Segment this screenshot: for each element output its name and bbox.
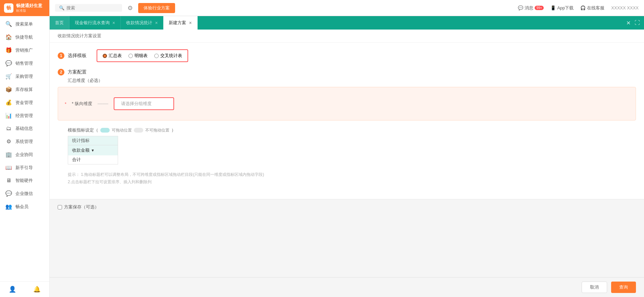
indicators-dropdown-cell[interactable]: 收款金额 ▼ (68, 145, 118, 155)
system-icon: ⚙ (5, 138, 12, 145)
step2-section: 2 方案配置 汇总维度（必选） * * 纵向维度 —— 请选择分组维度 (58, 69, 636, 186)
user-name: XXXXX XXXX (611, 5, 639, 10)
tab-cash-query[interactable]: 现金银行流水查询 × (69, 16, 121, 30)
marketing-icon: 🎁 (5, 47, 12, 53)
page-title: 收款情况统计方案设置 (58, 33, 101, 38)
settings-icon[interactable]: ⚙ (127, 4, 133, 12)
finance-icon: 💰 (5, 99, 12, 106)
sidebar-item-basic-info[interactable]: 🗂 基础信息 (0, 122, 49, 135)
step2-row: 2 方案配置 (58, 69, 636, 76)
tabbar-actions: ✕ ⛶ (622, 16, 644, 30)
notification-icon: 🔔 (33, 286, 41, 293)
industry-plan-button[interactable]: 体验行业方案 (138, 3, 175, 13)
vertical-dim-label: * 纵向维度 (72, 101, 92, 107)
dimension-selector[interactable]: 请选择分组维度 (114, 97, 174, 110)
sidebar-item-sales[interactable]: 💬 销售管理 (0, 57, 49, 70)
dropdown-chevron-icon: ▼ (91, 148, 95, 152)
sidebar-footer-notification[interactable]: 🔔 (33, 286, 41, 293)
step1-num: 1 (58, 52, 64, 59)
draggable-label: 可拖动位置 (112, 128, 132, 133)
radio-detail-input[interactable] (128, 54, 133, 58)
tab-close-new-plan[interactable]: × (189, 20, 192, 26)
radio-crosstab-input[interactable] (154, 54, 159, 58)
save-checkbox[interactable] (58, 205, 62, 209)
dimension-row: * * 纵向维度 —— 请选择分组维度 (65, 97, 174, 110)
sidebar-item-quick-nav[interactable]: 🏠 快捷导航 (0, 31, 49, 44)
query-button[interactable]: 查询 (611, 282, 636, 293)
radio-summary-input[interactable] (103, 54, 107, 58)
step2-num: 2 (58, 69, 64, 76)
sidebar-item-operations[interactable]: 📊 经营管理 (0, 109, 49, 122)
message-item[interactable]: 💬 消息 99+ (518, 5, 544, 11)
radio-crosstab[interactable]: 交叉统计表 (154, 53, 182, 59)
summary-dimension-label: 汇总维度（必选） (68, 78, 636, 84)
indicators-section: 模板指标设定（ 可拖动位置 不可拖动位置 ） 统计指标 收款金额 ▼ (58, 127, 636, 164)
tab-collection-stat[interactable]: 收款情况统计 × (121, 16, 163, 30)
sidebar-item-enterprise[interactable]: 🏢 企业协同 (0, 148, 49, 161)
template-selection-box: 汇总表 明细表 交叉统计表 (97, 49, 188, 62)
sidebar-logo: 畅 畅捷通好生意 标准版 (0, 0, 49, 16)
sidebar-nav: 🔍 搜索菜单 🏠 快捷导航 🎁 营销推广 💬 销售管理 🛒 采购管理 📦 库存核… (0, 16, 49, 281)
tab-home[interactable]: 首页 (50, 16, 69, 30)
sidebar-item-search-menu[interactable]: 🔍 搜索菜单 (0, 17, 49, 31)
sidebar-footer: 👤 🔔 (0, 281, 49, 297)
cancel-button[interactable]: 取消 (582, 282, 607, 293)
sidebar-item-finance[interactable]: 💰 资金管理 (0, 96, 49, 109)
tab-close-collection-stat[interactable]: × (155, 20, 158, 26)
tabbar: 首页 现金银行流水查询 × 收款情况统计 × 新建方案 × ✕ ⛶ (50, 16, 644, 30)
search-box[interactable]: 🔍 (55, 4, 122, 12)
indicators-dropdown-label: 收款金额 (72, 147, 90, 153)
user-avatar-icon: 👤 (9, 286, 16, 293)
sidebar-item-inventory[interactable]: 📦 库存核算 (0, 83, 49, 96)
fixed-label: 不可拖动位置 (145, 128, 169, 133)
search-icon: 🔍 (59, 5, 64, 10)
topbar-right: 💬 消息 99+ 📱 App下载 🎧 在线客服 XXXXX XXXX (518, 5, 639, 11)
message-icon: 💬 (518, 5, 523, 10)
sidebar-item-system[interactable]: ⚙ 系统管理 (0, 135, 49, 148)
tip-2: 2.点击标题栏下拉可设置排序、插入列和删除列 (68, 179, 636, 186)
step1-label: 选择模板 (68, 53, 87, 59)
step1-row: 1 选择模板 汇总表 明细表 交叉统计表 (58, 49, 636, 62)
logo-icon: 畅 (4, 3, 13, 13)
dimension-area: * * 纵向维度 —— 请选择分组维度 (58, 87, 636, 120)
tips-section: 提示： 1.拖动标题栏可以调整布局，不可跨维度或指标区域拖动栏目段(只能在同一维… (68, 171, 636, 186)
sidebar-item-hardware[interactable]: 🖥 智能硬件 (0, 174, 49, 187)
save-section: 方案保存（可选） (50, 199, 644, 215)
inventory-icon: 📦 (5, 86, 12, 93)
sales-icon: 💬 (5, 60, 12, 66)
sidebar-item-purchase[interactable]: 🛒 采购管理 (0, 70, 49, 83)
tab-new-plan[interactable]: 新建方案 × (163, 16, 197, 30)
sidebar-item-wechat[interactable]: 💬 企业微信 (0, 187, 49, 200)
wechat-icon: 💬 (5, 190, 12, 197)
tab-close-cash-query[interactable]: × (112, 20, 115, 26)
radio-summary[interactable]: 汇总表 (103, 53, 122, 59)
quick-nav-icon: 🏠 (5, 34, 12, 40)
basic-info-icon: 🗂 (5, 126, 12, 132)
radio-detail[interactable]: 明细表 (128, 53, 148, 59)
page-header: 收款情况统计方案设置 (50, 30, 644, 43)
draggable-indicator (100, 128, 110, 133)
purchase-icon: 🛒 (5, 73, 12, 80)
indicators-grid: 统计指标 收款金额 ▼ 合计 (68, 136, 118, 164)
topbar: 🔍 ⚙ 体验行业方案 💬 消息 99+ 📱 App下载 🎧 在线客服 XXXXX… (50, 0, 644, 16)
app-download-item[interactable]: 📱 App下载 (550, 5, 574, 11)
tab-close-all-icon[interactable]: ✕ (626, 20, 631, 26)
sidebar-item-member[interactable]: 👥 畅会员 (0, 200, 49, 213)
operations-icon: 📊 (5, 112, 12, 119)
sidebar-item-guide[interactable]: 📖 新手引导 (0, 161, 49, 174)
fixed-indicator (134, 128, 143, 133)
sidebar-item-marketing[interactable]: 🎁 营销推广 (0, 44, 49, 57)
arrow-icon: —— (98, 101, 108, 107)
search-menu-icon: 🔍 (5, 21, 12, 27)
sidebar: 畅 畅捷通好生意 标准版 🔍 搜索菜单 🏠 快捷导航 🎁 营销推广 💬 销售管理… (0, 0, 50, 297)
tip-1: 提示： 1.拖动标题栏可以调整布局，不可跨维度或指标区域拖动栏目段(只能在同一维… (68, 171, 636, 179)
online-service-item[interactable]: 🎧 在线客服 (580, 5, 604, 11)
logo-text: 畅捷通好生意 标准版 (16, 3, 42, 13)
indicators-sum-cell: 合计 (68, 155, 118, 164)
online-service-icon: 🎧 (580, 5, 586, 10)
search-input[interactable] (66, 5, 113, 10)
indicators-header: 统计指标 (68, 136, 118, 145)
tab-maximize-icon[interactable]: ⛶ (635, 20, 640, 26)
footer-bar: 取消 查询 (50, 277, 644, 297)
sidebar-footer-user[interactable]: 👤 (9, 286, 16, 293)
